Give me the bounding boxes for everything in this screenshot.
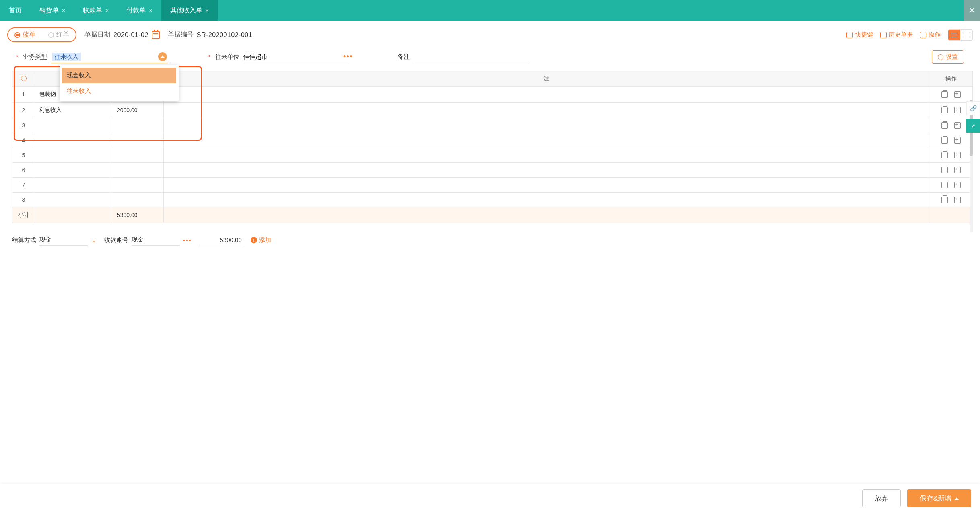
tab-payment[interactable]: 付款单× xyxy=(117,0,161,21)
row-remark[interactable] xyxy=(164,178,929,193)
row-name[interactable] xyxy=(35,133,111,148)
row-amount[interactable] xyxy=(111,118,164,133)
required-marker: * xyxy=(208,54,210,60)
remark-label: 备注 xyxy=(397,53,410,61)
view-list-button[interactable] xyxy=(948,30,960,40)
row-name[interactable] xyxy=(35,148,111,163)
copy-icon[interactable] xyxy=(954,167,961,173)
calendar-icon[interactable] xyxy=(152,31,160,39)
expand-button[interactable]: ⤢ xyxy=(966,119,980,133)
delete-icon[interactable] xyxy=(941,107,948,113)
row-amount[interactable] xyxy=(111,148,164,163)
gear-icon xyxy=(21,76,27,81)
party-input[interactable] xyxy=(243,52,348,62)
table-row[interactable]: 2利息收入2000.00 xyxy=(12,103,973,118)
table-row[interactable]: 6 xyxy=(12,163,973,178)
row-name[interactable] xyxy=(35,163,111,178)
row-no: 3 xyxy=(12,118,35,133)
row-name[interactable] xyxy=(35,193,111,207)
row-amount[interactable]: 2000.00 xyxy=(111,103,164,118)
chevron-down-icon[interactable]: ⌄ xyxy=(91,236,97,244)
row-remark[interactable] xyxy=(164,118,929,133)
ops-link[interactable]: 操作 xyxy=(920,31,941,39)
delete-icon[interactable] xyxy=(941,197,948,203)
shortcut-link[interactable]: 快捷键 xyxy=(846,31,873,39)
red-doc-radio[interactable]: 红单 xyxy=(42,28,76,41)
row-remark[interactable] xyxy=(164,87,929,103)
grid-icon xyxy=(920,32,926,38)
date-label: 单据日期 xyxy=(84,31,110,39)
row-ops xyxy=(929,148,973,163)
row-amount[interactable] xyxy=(111,163,164,178)
row-no: 1 xyxy=(12,87,35,103)
table-row[interactable]: 3 xyxy=(12,118,973,133)
row-no: 8 xyxy=(12,193,35,207)
copy-icon[interactable] xyxy=(954,152,961,158)
copy-icon[interactable] xyxy=(954,137,961,144)
row-name[interactable] xyxy=(35,178,111,193)
table-row[interactable]: 4 xyxy=(12,133,973,148)
tab-receipt[interactable]: 收款单× xyxy=(74,0,117,21)
tab-other-income[interactable]: 其他收入单× xyxy=(161,0,218,21)
view-compact-button[interactable] xyxy=(960,30,972,40)
row-no: 4 xyxy=(12,133,35,148)
row-remark[interactable] xyxy=(164,193,929,207)
method-value[interactable]: 现金 xyxy=(39,234,88,246)
account-lookup-button[interactable]: ••• xyxy=(183,237,192,244)
date-value[interactable]: 2020-01-02 xyxy=(113,31,148,39)
delete-icon[interactable] xyxy=(941,167,948,173)
delete-icon[interactable] xyxy=(941,137,948,144)
account-value[interactable]: 现金 xyxy=(132,234,180,246)
biztype-dropdown[interactable]: 往来收入 xyxy=(51,51,168,63)
biztype-label: 业务类型 xyxy=(23,53,47,61)
keyboard-icon xyxy=(846,32,853,38)
row-remark[interactable] xyxy=(164,163,929,178)
delete-icon[interactable] xyxy=(941,152,948,158)
row-remark[interactable] xyxy=(164,133,929,148)
row-ops xyxy=(929,178,973,193)
copy-icon[interactable] xyxy=(954,182,961,188)
list-icon xyxy=(951,33,957,37)
attachment-button[interactable]: 🔗 xyxy=(966,101,980,115)
form-row: * 业务类型 往来收入 现金收入 往来收入 * 往来单位 ••• 备注 设置 xyxy=(0,46,980,71)
close-icon[interactable]: × xyxy=(149,7,152,14)
subtotal-label: 小计 xyxy=(12,207,35,223)
table-gear-header[interactable] xyxy=(12,71,35,87)
close-icon[interactable]: × xyxy=(105,7,109,14)
row-amount[interactable] xyxy=(111,133,164,148)
copy-icon[interactable] xyxy=(954,197,961,203)
table-row[interactable]: 8 xyxy=(12,193,973,207)
row-remark[interactable] xyxy=(164,148,929,163)
delete-icon[interactable] xyxy=(941,122,948,129)
close-icon[interactable]: × xyxy=(62,7,65,14)
row-amount[interactable] xyxy=(111,193,164,207)
row-amount[interactable] xyxy=(111,178,164,193)
row-remark[interactable] xyxy=(164,103,929,118)
biztype-option-cash[interactable]: 现金收入 xyxy=(62,68,176,83)
payment-amount[interactable]: 5300.00 xyxy=(199,235,243,245)
close-panel-button[interactable]: × xyxy=(964,0,980,21)
delete-icon[interactable] xyxy=(941,182,948,188)
party-lookup-button[interactable]: ••• xyxy=(343,53,353,61)
tab-home[interactable]: 首页 xyxy=(0,0,31,21)
table-row[interactable]: 5 xyxy=(12,148,973,163)
settings-button[interactable]: 设置 xyxy=(932,50,964,64)
tab-sales[interactable]: 销货单× xyxy=(31,0,74,21)
row-no: 6 xyxy=(12,163,35,178)
party-label: 往来单位 xyxy=(215,53,239,61)
add-payment-button[interactable]: +添加 xyxy=(251,236,271,244)
delete-icon[interactable] xyxy=(941,91,948,98)
blue-doc-radio[interactable]: 蓝单 xyxy=(8,28,42,41)
row-name[interactable] xyxy=(35,118,111,133)
row-name[interactable]: 利息收入 xyxy=(35,103,111,118)
payment-row: 结算方式 现金 ⌄ 收款账号 现金 ••• 5300.00 +添加 xyxy=(0,223,980,257)
table-row[interactable]: 7 xyxy=(12,178,973,193)
biztype-option-receivable[interactable]: 往来收入 xyxy=(62,83,176,99)
close-icon[interactable]: × xyxy=(206,7,209,14)
copy-icon[interactable] xyxy=(954,107,961,113)
history-link[interactable]: 历史单据 xyxy=(880,31,913,39)
copy-icon[interactable] xyxy=(954,122,961,129)
copy-icon[interactable] xyxy=(954,91,961,98)
remark-input[interactable] xyxy=(414,52,530,62)
row-ops xyxy=(929,193,973,207)
